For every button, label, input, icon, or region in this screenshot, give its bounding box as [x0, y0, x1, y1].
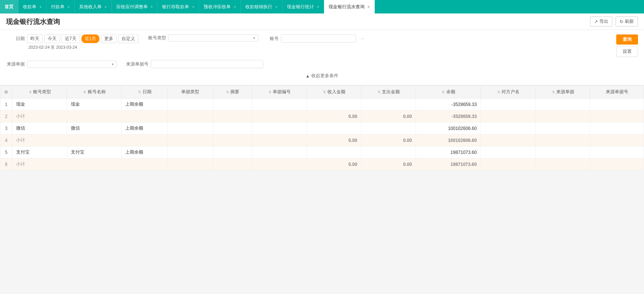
- table-cell-expense: 0.00: [361, 158, 416, 170]
- source-doc-no-input[interactable]: [154, 61, 260, 67]
- source-doc-select[interactable]: ▾: [27, 61, 117, 68]
- table-cell-doc-type: [167, 122, 213, 134]
- refresh-button[interactable]: ↻ 刷新: [615, 16, 638, 27]
- table-cell-expense: 0.00: [361, 134, 416, 146]
- date-btn-1month[interactable]: 近1月: [81, 34, 100, 43]
- sort-icon[interactable]: ⇅: [323, 90, 326, 94]
- sort-icon[interactable]: ⇅: [552, 90, 555, 94]
- export-button[interactable]: ↗ 导出: [590, 16, 612, 27]
- account-type-select[interactable]: ▾: [168, 34, 258, 42]
- table-cell-summary: [213, 110, 252, 122]
- tab-label: 现金银行统计: [287, 4, 314, 10]
- table-cell-expense: [361, 146, 416, 158]
- sort-icon[interactable]: ⇅: [378, 90, 381, 94]
- table-cell-account-name: 支付宝: [67, 146, 122, 158]
- nav-tab-shoukuanhexiao[interactable]: 收款核销执行 ×: [241, 0, 282, 13]
- table-row-num: 2: [0, 110, 12, 122]
- table-cell-counterpart: [481, 146, 536, 158]
- account-type-filter: 账号类型 ▾: [147, 34, 258, 42]
- date-btn-7days[interactable]: 近7天: [62, 34, 80, 43]
- table-header-date: ⇅ 日期: [122, 86, 167, 98]
- account-input-wrap: [281, 34, 356, 43]
- tab-close-icon[interactable]: ×: [39, 5, 42, 9]
- tab-close-icon[interactable]: ×: [368, 5, 370, 9]
- table-cell-date: [122, 110, 167, 122]
- source-doc-no-input-wrap: [151, 60, 263, 68]
- date-buttons: 昨天 今天 近7天 近1月 更多 自定义: [27, 34, 138, 43]
- tab-close-icon[interactable]: ×: [234, 5, 236, 9]
- tab-label: 收款单: [23, 4, 36, 10]
- nav-tab-shoukuandan[interactable]: 收款单 ×: [18, 0, 47, 13]
- table-header-doc-no: ⇅ 单据编号: [252, 86, 306, 98]
- sort-icon[interactable]: ⇅: [269, 90, 272, 94]
- account-filter: 账号 ···: [267, 34, 366, 43]
- table-header-expense: ⇅ 支出金额: [361, 86, 416, 98]
- sort-icon[interactable]: ⇅: [83, 90, 86, 94]
- collapse-label: 收起更多条件: [311, 73, 338, 79]
- table-cell-counterpart: [481, 98, 536, 110]
- tab-label: 银行存取款单: [162, 4, 189, 10]
- table-header-counterpart: ⇅ 对方户名: [481, 86, 536, 98]
- tab-close-icon[interactable]: ×: [275, 5, 278, 9]
- collapse-bar[interactable]: ▲ 收起更多条件: [6, 71, 638, 81]
- tab-close-icon[interactable]: ×: [151, 5, 153, 9]
- setting-button[interactable]: 设置: [616, 46, 638, 57]
- query-setting-buttons: 查询 设置: [616, 34, 638, 57]
- tab-close-icon[interactable]: ×: [192, 5, 194, 9]
- sort-icon[interactable]: ⇅: [497, 90, 500, 94]
- table-row-num: 6: [0, 158, 12, 170]
- table-cell-doc-no: [252, 98, 306, 110]
- export-icon: ↗: [594, 19, 598, 24]
- top-navigation: 首页 收款单 × 付款单 × 其他收入单 × 应收应付调整单 × 银行存取款单 …: [0, 0, 644, 13]
- source-doc-label: 来源单据: [6, 61, 25, 67]
- account-dots-button[interactable]: ···: [358, 35, 366, 42]
- date-btn-yesterday[interactable]: 昨天: [27, 34, 43, 43]
- table-header-gear[interactable]: ⚙: [0, 86, 12, 98]
- sort-icon[interactable]: ⇅: [138, 90, 141, 94]
- sort-icon[interactable]: ⇅: [226, 90, 229, 94]
- table-cell-doc-type: [167, 98, 213, 110]
- table-header-income: ⇅ 收入金额: [306, 86, 361, 98]
- table-cell-balance: -3528659.33: [416, 110, 481, 122]
- data-table: ⚙ ⇅ 账号类型 ⇅ 账号名称 ⇅ 日期 单据类型 ⇅ 摘: [0, 85, 644, 170]
- nav-tab-xianjinyinhang-query[interactable]: 现金银行流水查询 ×: [324, 0, 375, 13]
- table-cell-source-doc_no: [590, 110, 644, 122]
- tab-close-icon[interactable]: ×: [68, 5, 70, 9]
- nav-tab-yingshouyingfu[interactable]: 应收应付调整单 ×: [112, 0, 158, 13]
- tab-close-icon[interactable]: ×: [317, 5, 319, 9]
- sort-icon[interactable]: ⇅: [29, 90, 32, 94]
- date-range-display: 2023-02-24 至 2023-03-24: [29, 45, 77, 49]
- refresh-label: 刷新: [625, 18, 634, 25]
- nav-home[interactable]: 首页: [0, 0, 18, 13]
- table-row-num: 1: [0, 98, 12, 110]
- table-row-num: 5: [0, 146, 12, 158]
- sort-icon[interactable]: ⇅: [442, 90, 445, 94]
- header-actions: ↗ 导出 ↻ 刷新: [590, 16, 638, 27]
- table-cell-source-doc: [535, 134, 590, 146]
- table-cell-account-name: 微信: [67, 122, 122, 134]
- nav-tab-yinhangcunqu[interactable]: 银行存取款单 ×: [158, 0, 199, 13]
- account-input[interactable]: [284, 36, 353, 41]
- table-header-source-doc: ⇅ 来源单据: [535, 86, 590, 98]
- query-button[interactable]: 查询: [616, 34, 638, 45]
- source-doc-no-filter: 来源单据号: [126, 60, 263, 68]
- nav-tab-qitashouru[interactable]: 其他收入单 ×: [75, 0, 112, 13]
- source-doc-no-label: 来源单据号: [126, 61, 149, 67]
- nav-tab-fukuandan[interactable]: 付款单 ×: [47, 0, 75, 13]
- nav-tab-yushouc[interactable]: 预收冲应收单 ×: [199, 0, 241, 13]
- date-btn-custom[interactable]: 自定义: [118, 34, 138, 43]
- table-cell-account-type: 小计: [12, 110, 67, 122]
- table-header-summary: ⇅ 摘要: [213, 86, 252, 98]
- nav-tab-xianjinyinhang-stats[interactable]: 现金银行统计 ×: [282, 0, 324, 13]
- date-btn-today[interactable]: 今天: [44, 34, 60, 43]
- chevron-down-icon: ▾: [253, 36, 255, 40]
- table-cell-counterpart: [481, 158, 536, 170]
- table-header-balance: ⇅ 余额: [416, 86, 481, 98]
- data-table-wrap: ⚙ ⇅ 账号类型 ⇅ 账号名称 ⇅ 日期 单据类型 ⇅ 摘: [0, 85, 644, 170]
- tab-label: 其他收入单: [79, 4, 102, 10]
- tab-close-icon[interactable]: ×: [105, 5, 107, 9]
- filter-area: 日期 昨天 今天 近7天 近1月 更多 自定义 2023-02-24 至 202…: [0, 30, 644, 85]
- date-btn-more[interactable]: 更多: [101, 34, 117, 43]
- table-header-account-name: ⇅ 账号名称: [67, 86, 122, 98]
- table-cell-summary: [213, 122, 252, 134]
